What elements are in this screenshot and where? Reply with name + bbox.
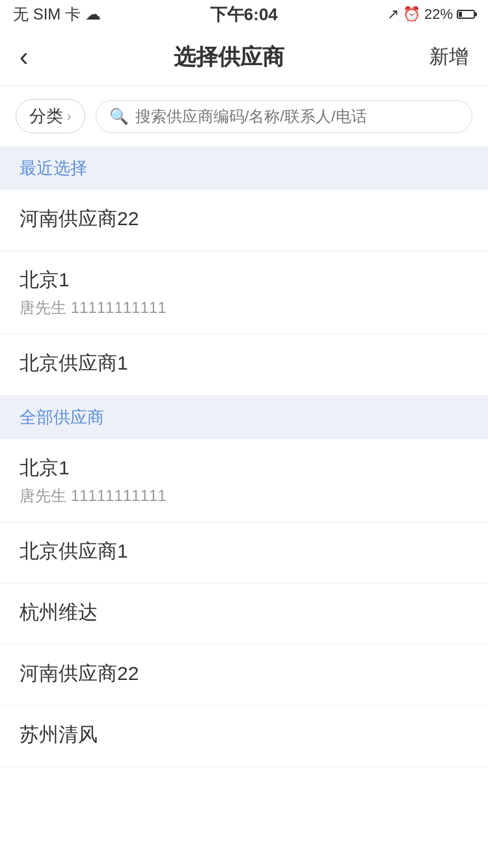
status-bar: 无 SIM 卡 ☁ 下午6:04 ↗ ⏰ 22% bbox=[0, 0, 488, 29]
category-label: 分类 bbox=[29, 105, 63, 128]
item-sub: 唐先生 11111111111 bbox=[20, 485, 468, 506]
item-name: 北京1 bbox=[20, 455, 468, 481]
add-button[interactable]: 新增 bbox=[429, 44, 468, 70]
item-name: 河南供应商22 bbox=[20, 206, 468, 232]
location-icon: ↗ bbox=[387, 6, 399, 23]
status-right: ↗ ⏰ 22% bbox=[387, 6, 475, 23]
list-item[interactable]: 北京1唐先生 11111111111 bbox=[0, 251, 488, 334]
item-name: 苏州清风 bbox=[20, 722, 468, 748]
search-icon: 🔍 bbox=[109, 107, 129, 126]
item-sub: 唐先生 11111111111 bbox=[20, 297, 468, 318]
item-name: 北京1 bbox=[20, 267, 468, 293]
chevron-right-icon: › bbox=[67, 109, 72, 124]
back-button[interactable]: ‹ bbox=[20, 42, 28, 72]
all-list: 北京1唐先生 11111111111北京供应商1杭州维达河南供应商22苏州清风 bbox=[0, 439, 488, 767]
no-sim-label: 无 SIM 卡 ☁ bbox=[13, 4, 101, 25]
status-time: 下午6:04 bbox=[210, 3, 278, 26]
list-item[interactable]: 河南供应商22 bbox=[0, 645, 488, 706]
search-input[interactable] bbox=[135, 107, 459, 126]
list-item[interactable]: 北京1唐先生 11111111111 bbox=[0, 439, 488, 522]
recent-section-header: 最近选择 bbox=[0, 146, 488, 190]
status-left: 无 SIM 卡 ☁ bbox=[13, 4, 101, 25]
battery-label: 22% bbox=[424, 6, 453, 23]
item-name: 北京供应商1 bbox=[20, 350, 468, 377]
alarm-icon: ⏰ bbox=[403, 6, 420, 23]
recent-list: 河南供应商22北京1唐先生 11111111111北京供应商1 bbox=[0, 190, 488, 396]
search-bar: 分类 › 🔍 bbox=[0, 86, 488, 146]
item-name: 北京供应商1 bbox=[20, 538, 468, 565]
list-item[interactable]: 北京供应商1 bbox=[0, 334, 488, 396]
page-title: 选择供应商 bbox=[174, 42, 284, 72]
search-input-wrap[interactable]: 🔍 bbox=[96, 100, 472, 133]
battery-icon bbox=[457, 10, 475, 19]
list-item[interactable]: 杭州维达 bbox=[0, 584, 488, 645]
nav-bar: ‹ 选择供应商 新增 bbox=[0, 29, 488, 86]
all-section-header: 全部供应商 bbox=[0, 396, 488, 439]
item-name: 河南供应商22 bbox=[20, 660, 468, 687]
item-name: 杭州维达 bbox=[20, 599, 468, 626]
list-item[interactable]: 苏州清风 bbox=[0, 706, 488, 767]
category-button[interactable]: 分类 › bbox=[16, 99, 85, 133]
list-item[interactable]: 北京供应商1 bbox=[0, 522, 488, 584]
list-item[interactable]: 河南供应商22 bbox=[0, 190, 488, 251]
